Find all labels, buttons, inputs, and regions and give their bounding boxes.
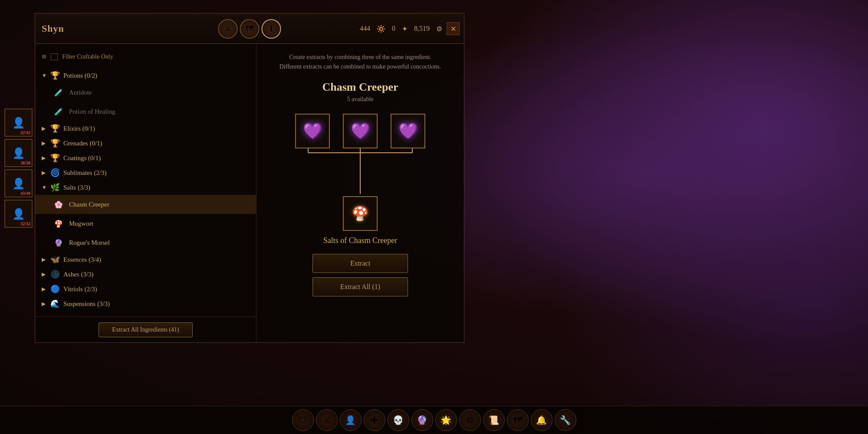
taskbar-icon-7[interactable]: 🌟 bbox=[435, 409, 457, 431]
sublimates-label: Sublimates (2/3) bbox=[63, 169, 107, 177]
taskbar-icon-6[interactable]: 🔮 bbox=[411, 409, 433, 431]
ingredient-box-1: 💜 bbox=[295, 114, 330, 148]
chasm-creeper-icon: 🌸 bbox=[53, 198, 65, 210]
nav-icon-map[interactable]: 🗺 bbox=[240, 19, 260, 39]
filter-checkbox[interactable] bbox=[51, 53, 58, 60]
category-sublimates[interactable]: ▶ 🌀 Sublimates (2/3) bbox=[35, 165, 256, 180]
item-antidote[interactable]: 🧪 Antidote bbox=[35, 83, 256, 102]
taskbar-icon-5[interactable]: 💀 bbox=[388, 409, 409, 431]
ingredient-crystal-3: 💜 bbox=[398, 122, 418, 140]
resource1-amount: 0 bbox=[392, 25, 395, 33]
chevron-right-icon: ▶ bbox=[42, 140, 47, 147]
category-coatings[interactable]: ▶ 🏆 Coatings (0/1) bbox=[35, 151, 256, 165]
category-ashes[interactable]: ▶ 🌑 Ashes (3/3) bbox=[35, 267, 256, 282]
top-bar: Shyn ⚔ 🗺 ℹ 444 🔆 0 ✦ 8,519 ⚙ ✕ bbox=[35, 13, 464, 44]
potions-label: Potions (0/2) bbox=[63, 72, 97, 79]
resource1-icon: ✦ bbox=[402, 24, 408, 33]
result-icon: 🍄 bbox=[352, 205, 369, 222]
taskbar-icon-10[interactable]: 🗺 bbox=[507, 409, 529, 431]
top-stats: 444 🔆 0 ✦ 8,519 ⚙ bbox=[360, 24, 442, 33]
top-navigation: ⚔ 🗺 ℹ bbox=[218, 13, 281, 44]
chevron-right-icon: ▶ bbox=[42, 256, 47, 263]
filter-row: ≡ Filter Craftable Only bbox=[35, 48, 256, 68]
chevron-right-icon: ▶ bbox=[42, 286, 47, 293]
elixirs-icon: 🏆 bbox=[50, 124, 60, 133]
ingredient-sidebar: ≡ Filter Craftable Only ▼ 🏆 Potions (0/2… bbox=[35, 44, 256, 316]
coatings-label: Coatings (0/1) bbox=[63, 155, 101, 162]
resource2-amount: 8,519 bbox=[414, 25, 430, 33]
mugwort-label: Mugwort bbox=[69, 220, 93, 227]
category-potions[interactable]: ▼ 🏆 Potions (0/2) bbox=[35, 68, 256, 83]
character-avatar-3[interactable]: 👤 43/49 bbox=[4, 169, 33, 197]
extract-all-button[interactable]: Extract All (1) bbox=[312, 277, 408, 296]
category-salts[interactable]: ▼ 🌿 Salts (3/3) bbox=[35, 180, 256, 195]
nav-icon-sword[interactable]: ⚔ bbox=[218, 19, 238, 39]
character-avatar-1[interactable]: 👤 42/42 bbox=[4, 108, 33, 137]
char-hp-2: 38/38 bbox=[20, 161, 30, 165]
char-hp-1: 42/42 bbox=[20, 130, 30, 135]
category-essences[interactable]: ▶ 🦋 Essences (3/4) bbox=[35, 252, 256, 267]
salts-label: Salts (3/3) bbox=[63, 184, 90, 191]
mugwort-icon: 🍄 bbox=[53, 217, 65, 230]
filter-label: Filter Craftable Only bbox=[62, 53, 113, 60]
filter-icon: ≡ bbox=[42, 52, 46, 62]
potion-icon: 🧪 bbox=[53, 105, 65, 118]
taskbar-icon-9[interactable]: 📜 bbox=[483, 409, 505, 431]
char-hp-4: 32/32 bbox=[20, 221, 30, 226]
taskbar-icon-12[interactable]: 🔧 bbox=[555, 409, 576, 431]
taskbar-icon-1[interactable]: 🛡 bbox=[292, 409, 314, 431]
taskbar-icon-2[interactable]: ⚔ bbox=[316, 409, 338, 431]
taskbar-icon-8[interactable]: ⚙ bbox=[459, 409, 481, 431]
salts-icon: 🌿 bbox=[50, 183, 60, 192]
info-description: Create extracts by combining three of th… bbox=[265, 53, 455, 72]
nav-icon-info[interactable]: ℹ bbox=[262, 19, 281, 39]
ashes-icon: 🌑 bbox=[50, 270, 60, 279]
action-buttons: Extract Extract All (1) bbox=[265, 254, 455, 296]
sublimates-icon: 🌀 bbox=[50, 168, 60, 178]
chevron-down-icon: ▼ bbox=[42, 184, 47, 191]
item-rogues-morsel[interactable]: 🔮 Rogue's Morsel bbox=[35, 233, 256, 252]
vitriols-label: Vitriols (2/3) bbox=[63, 286, 97, 293]
close-button[interactable]: ✕ bbox=[447, 22, 460, 35]
bottom-bar: Extract All Ingredients (41) bbox=[35, 316, 256, 342]
category-grenades[interactable]: ▶ 🏆 Grenades (0/1) bbox=[35, 136, 256, 151]
chevron-down-icon: ▼ bbox=[42, 72, 47, 79]
potions-icon: 🏆 bbox=[50, 71, 60, 80]
coatings-icon: 🏆 bbox=[50, 153, 60, 163]
item-mugwort[interactable]: 🍄 Mugwort bbox=[35, 214, 256, 233]
potion-label: Potion of Healing bbox=[69, 108, 115, 115]
taskbar-icon-3[interactable]: 👤 bbox=[340, 409, 362, 431]
grenades-label: Grenades (0/1) bbox=[63, 140, 102, 147]
category-suspensions[interactable]: ▶ 🌊 Suspensions (3/3) bbox=[35, 296, 256, 311]
char-hp-3: 43/49 bbox=[20, 191, 30, 196]
taskbar: 🛡 ⚔ 👤 ✚ 💀 🔮 🌟 ⚙ 📜 🗺 🔔 🔧 bbox=[0, 406, 868, 434]
character-avatar-4[interactable]: 👤 32/32 bbox=[4, 200, 33, 228]
extract-button[interactable]: Extract bbox=[312, 254, 408, 273]
essences-label: Essences (3/4) bbox=[63, 256, 101, 263]
antidote-icon: 🧪 bbox=[53, 86, 65, 99]
chevron-right-icon: ▶ bbox=[42, 271, 47, 278]
chevron-right-icon: ▶ bbox=[42, 301, 47, 307]
category-elixirs[interactable]: ▶ 🏆 Elixirs (0/1) bbox=[35, 121, 256, 136]
antidote-label: Antidote bbox=[69, 89, 92, 96]
suspensions-label: Suspensions (3/3) bbox=[63, 300, 110, 308]
ingredient-crystal-2: 💜 bbox=[351, 122, 370, 140]
category-vitriols[interactable]: ▶ 🔵 Vitriols (2/3) bbox=[35, 282, 256, 296]
character-avatar-2[interactable]: 👤 38/38 bbox=[4, 139, 33, 167]
taskbar-icon-4[interactable]: ✚ bbox=[364, 409, 385, 431]
item-potion-of-healing[interactable]: 🧪 Potion of Healing bbox=[35, 102, 256, 121]
rogues-morsel-icon: 🔮 bbox=[53, 237, 65, 249]
craft-item-title: Chasm Creeper bbox=[265, 81, 455, 94]
chevron-right-icon: ▶ bbox=[42, 170, 47, 176]
extract-all-ingredients-button[interactable]: Extract All Ingredients (41) bbox=[99, 322, 192, 337]
chevron-right-icon: ▶ bbox=[42, 155, 47, 161]
panel-title: Shyn bbox=[42, 23, 64, 34]
ingredient-box-3: 💜 bbox=[391, 114, 425, 148]
vitriols-icon: 🔵 bbox=[50, 284, 60, 294]
craft-item-available: 5 available bbox=[265, 96, 455, 103]
result-box: 🍄 bbox=[343, 196, 378, 231]
taskbar-icon-11[interactable]: 🔔 bbox=[531, 409, 552, 431]
item-chasm-creeper[interactable]: 🌸 Chasm Creeper bbox=[35, 195, 256, 214]
suspensions-icon: 🌊 bbox=[50, 299, 60, 309]
ashes-label: Ashes (3/3) bbox=[63, 271, 94, 278]
